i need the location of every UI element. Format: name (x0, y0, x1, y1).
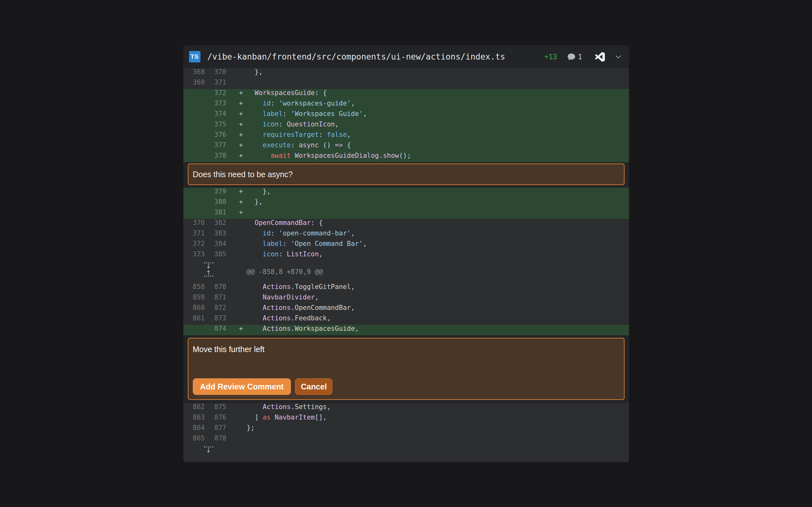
diff-sign (226, 304, 247, 314)
diff-sign: + (226, 89, 247, 100)
code-text: id: 'workspaces-guide', (247, 100, 355, 110)
diff-line[interactable]: 377+ execute: async () => { (183, 141, 629, 152)
diff-line[interactable]: 376+ requiresTarget: false, (183, 131, 629, 141)
diff-sign (226, 435, 247, 445)
code-text: ] as NavbarItem[], (247, 413, 327, 424)
expander-buttons: ↓ (204, 447, 214, 453)
new-line-number: 381 (205, 209, 226, 219)
code-text: label: 'Workspaces Guide', (247, 110, 367, 120)
old-line-number: 372 (183, 240, 205, 250)
expand-down-button-bottom[interactable]: ↓ (204, 447, 214, 453)
comment-input[interactable]: Move this further left (193, 345, 619, 354)
diff-line[interactable]: 373385 icon: ListIcon, (183, 250, 629, 261)
old-line-number (183, 325, 205, 335)
dotted-line (204, 276, 213, 277)
file-header: TS /vibe-kanban/frontend/src/components/… (183, 45, 629, 68)
diff-line[interactable]: 380+ }, (183, 198, 629, 209)
diff-sign (226, 314, 247, 325)
diff-sign: + (226, 187, 247, 198)
diff-sign (226, 68, 247, 78)
diff-line[interactable]: 372+ WorkspacesGuide: { (183, 89, 629, 100)
old-line-number: 369 (183, 78, 205, 89)
expand-up-button[interactable]: ↑ (204, 270, 214, 277)
file-path: /vibe-kanban/frontend/src/components/ui-… (207, 52, 544, 61)
diff-line[interactable]: 369371 (183, 78, 629, 89)
old-line-number: 860 (183, 304, 205, 314)
code-text: Actions.Feedback, (247, 314, 331, 325)
diff-line[interactable]: 381+ (183, 209, 629, 219)
bottom-expander: ↓ (183, 445, 629, 462)
diff-line[interactable]: 863876 ] as NavbarItem[], (183, 413, 629, 424)
diff-sign (226, 250, 247, 261)
diff-line[interactable]: 375+ icon: QuestionIcon, (183, 120, 629, 131)
diff-line[interactable]: 864877}; (183, 424, 629, 435)
old-line-number (183, 120, 205, 131)
hunk-expander: ↓ ↑ @@ -858,8 +870,9 @@ (183, 261, 629, 283)
code-text: }, (247, 68, 263, 78)
vscode-icon (595, 52, 605, 62)
new-line-number: 371 (205, 78, 226, 89)
code-text: }; (247, 424, 255, 435)
diff-sign: + (226, 141, 247, 152)
chevron-down-icon (614, 53, 622, 60)
collapse-file-button[interactable] (614, 53, 622, 60)
diff-line[interactable]: 379+ }, (183, 187, 629, 198)
diff-line[interactable]: 373+ id: 'workspaces-guide', (183, 100, 629, 110)
diff-line[interactable]: 862875 Actions.Settings, (183, 403, 629, 413)
diff-sign: + (226, 209, 247, 219)
diff-line[interactable]: 861873 Actions.Feedback, (183, 314, 629, 325)
old-line-number: 859 (183, 293, 205, 304)
old-line-number (183, 131, 205, 141)
add-review-comment-button[interactable]: Add Review Comment (193, 378, 291, 395)
diff-line[interactable]: 368370 }, (183, 68, 629, 78)
diff-line[interactable]: 378+ await WorkspacesGuideDialog.show(); (183, 152, 629, 162)
code-text: OpenCommandBar: { (247, 219, 323, 229)
diff-sign (226, 293, 247, 304)
review-comment-band: Does this need to be async? (183, 164, 629, 185)
hunk-header: @@ -858,8 +870,9 @@ (247, 268, 323, 276)
diff-hunk-2: 379+ },380+ },381+370382 OpenCommandBar:… (183, 187, 629, 261)
diff-line[interactable]: 860872 Actions.OpenCommandBar, (183, 304, 629, 314)
new-line-number: 876 (205, 413, 226, 424)
review-comment-box[interactable]: Does this need to be async? (188, 164, 624, 185)
open-in-vscode-button[interactable] (595, 52, 605, 62)
new-line-number: 874 (205, 325, 226, 335)
code-text: id: 'open-command-bar', (247, 229, 355, 240)
old-line-number (183, 187, 205, 198)
diff-hunk-3: 858870 Actions.ToggleGitPanel,859871 Nav… (183, 283, 629, 335)
old-line-number: 862 (183, 403, 205, 413)
diff-line[interactable]: 371383 id: 'open-command-bar', (183, 229, 629, 240)
file-header-actions: +13 1 (544, 52, 622, 62)
diff-line[interactable]: 372384 label: 'Open Command Bar', (183, 240, 629, 250)
cancel-button[interactable]: Cancel (295, 378, 333, 395)
old-line-number: 370 (183, 219, 205, 229)
old-line-number (183, 141, 205, 152)
expand-down-button[interactable]: ↓ (204, 262, 214, 269)
old-line-number (183, 110, 205, 120)
code-text: label: 'Open Command Bar', (247, 240, 367, 250)
typescript-file-icon: TS (189, 51, 200, 62)
review-comment-text: Does this need to be async? (193, 170, 293, 179)
old-line-number: 858 (183, 283, 205, 293)
new-line-number: 873 (205, 314, 226, 325)
code-text: }, (247, 187, 271, 198)
new-line-number: 871 (205, 293, 226, 304)
old-line-number (183, 198, 205, 209)
code-text: requiresTarget: false, (247, 131, 351, 141)
old-line-number: 864 (183, 424, 205, 435)
diff-sign: + (226, 110, 247, 120)
arrow-up-icon: ↑ (206, 270, 211, 276)
old-line-number: 373 (183, 250, 205, 261)
old-line-number: 368 (183, 68, 205, 78)
diff-line[interactable]: 874+ Actions.WorkspacesGuide, (183, 325, 629, 335)
new-line-number: 870 (205, 283, 226, 293)
diff-body: 368370 },369371372+ WorkspacesGuide: {37… (183, 68, 629, 462)
new-line-number: 383 (205, 229, 226, 240)
diff-line[interactable]: 374+ label: 'Workspaces Guide', (183, 110, 629, 120)
expander-buttons: ↓ ↑ (204, 262, 214, 277)
diff-line[interactable]: 859871 NavbarDivider, (183, 293, 629, 304)
diff-line[interactable]: 370382 OpenCommandBar: { (183, 219, 629, 229)
diff-line[interactable]: 865878 (183, 435, 629, 445)
diff-line[interactable]: 858870 Actions.ToggleGitPanel, (183, 283, 629, 293)
new-line-number: 384 (205, 240, 226, 250)
